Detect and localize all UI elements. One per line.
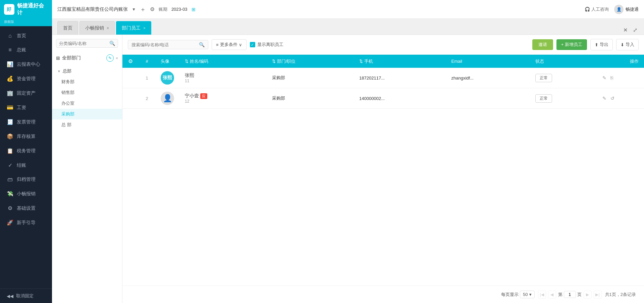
topbar-settings-icon[interactable]: ⚙ xyxy=(150,6,155,12)
period-value[interactable]: 2023-03 xyxy=(171,7,187,12)
dept-label: 办公室 xyxy=(61,100,74,106)
close-dept-emp-tab-icon[interactable]: × xyxy=(143,26,146,31)
dept-node-zongbu2[interactable]: 总 部 xyxy=(52,119,122,130)
sidebar-item-label: 固定资产 xyxy=(17,90,36,96)
period-label: 账期 xyxy=(159,6,167,12)
emp-toolbar: 🔍 ≡ 更多条件 ∨ ✓ 显示离职员工 邀请 + 新增员工 ⬆ 导出 xyxy=(122,35,644,55)
close-expense-tab-icon[interactable]: × xyxy=(107,26,109,31)
dept-label: 财务部 xyxy=(61,79,74,85)
dept-label: 总 部 xyxy=(61,122,71,128)
filter-button[interactable]: ≡ 更多条件 ∨ xyxy=(212,39,247,50)
avatar: 👤 xyxy=(161,92,174,105)
sidebar-item-guide[interactable]: 🚀 新手引导 xyxy=(0,215,52,230)
col-dept[interactable]: ⇅ 部门/职位 xyxy=(267,55,354,68)
emp-search-icon[interactable]: 🔍 xyxy=(199,42,205,47)
dept-node-caigoubu[interactable]: 采购部 xyxy=(52,109,122,119)
calendar-icon[interactable]: ⊞ xyxy=(192,7,196,12)
sidebar-item-label: 库存核算 xyxy=(17,134,36,140)
assets-icon: 🏢 xyxy=(7,90,13,96)
sidebar-item-reports[interactable]: 📊 云报表中心 xyxy=(0,57,52,71)
unpin-button[interactable]: ◀◀ 取消固定 xyxy=(0,289,52,303)
dept-search-input[interactable] xyxy=(59,41,109,46)
user-area[interactable]: 👤 畅捷通 xyxy=(614,5,639,14)
tab-home[interactable]: 首页 xyxy=(57,21,78,35)
col-name[interactable]: ⇅ 姓名/编码 xyxy=(179,55,267,68)
row-dept-cell: 采购部 xyxy=(267,88,354,109)
sidebar-item-label: 基础设置 xyxy=(17,205,36,211)
invite-button[interactable]: 邀请 xyxy=(532,39,553,50)
emp-search-input[interactable] xyxy=(131,42,199,47)
edit-employee-icon[interactable]: ✎ xyxy=(602,75,606,81)
sidebar-item-ledger[interactable]: ≡ 总账 xyxy=(0,43,52,57)
row-num: 2 xyxy=(139,88,155,109)
col-phone[interactable]: ⇅ 手机 xyxy=(354,55,446,68)
sidebar-item-settle[interactable]: ✓ 结账 xyxy=(0,158,52,172)
sidebar-item-home[interactable]: ⌂ 首页 xyxy=(0,29,52,43)
more-action-icon[interactable]: ⎘ xyxy=(610,75,613,81)
main-area: 江西服宝精品有限责任公司内账张 ▼ ＋ ⚙ 账期 2023-03 ⊞ 🎧 人工咨… xyxy=(52,0,644,303)
collapse-icon[interactable]: « xyxy=(116,56,118,60)
row-action-cell: ✎ ⎘ xyxy=(597,68,644,88)
next-page-button[interactable]: ▶ xyxy=(584,291,592,299)
service-button[interactable]: 🎧 人工咨询 xyxy=(585,6,609,12)
col-settings[interactable]: ⚙ xyxy=(122,55,139,68)
row-phone-cell: 140000002... xyxy=(354,88,446,109)
import-button[interactable]: ⬇ 导入 xyxy=(616,39,639,50)
tab-dept-emp[interactable]: 部门员工 × xyxy=(116,21,151,35)
add-employee-button[interactable]: + 新增员工 xyxy=(556,39,587,50)
guide-icon: 🚀 xyxy=(7,219,13,226)
page-number-input[interactable] xyxy=(564,291,576,298)
dept-node-xiaoshoubu[interactable]: 销售部 xyxy=(52,87,122,98)
page-size-dropdown[interactable]: 50 ▾ xyxy=(520,291,534,298)
emp-search-box[interactable]: 🔍 xyxy=(128,40,208,49)
export-label: 导出 xyxy=(600,42,608,48)
last-page-button[interactable]: ▶| xyxy=(594,291,602,299)
show-resigned-checkbox[interactable]: ✓ 显示离职员工 xyxy=(250,42,283,48)
prev-page-button[interactable]: ◀ xyxy=(548,291,556,299)
employee-panel: 🔍 ≡ 更多条件 ∨ ✓ 显示离职员工 邀请 + 新增员工 ⬆ 导出 xyxy=(122,35,644,303)
close-all-tabs-icon[interactable]: ✕ xyxy=(622,26,629,35)
expand-tabs-icon[interactable]: ⤢ xyxy=(632,26,639,35)
employee-table-wrap: ⚙ # 头像 ⇅ 姓名/编码 ⇅ xyxy=(122,55,644,286)
more-action-icon[interactable]: ↺ xyxy=(610,96,614,101)
status-badge: 应 xyxy=(200,93,207,99)
employee-table: ⚙ # 头像 ⇅ 姓名/编码 ⇅ xyxy=(122,55,644,109)
topbar-right: 🎧 人工咨询 👤 畅捷通 xyxy=(585,5,639,14)
row-num: 1 xyxy=(139,68,155,88)
row-status-cell: 正常 xyxy=(530,68,597,88)
row-status-cell: 正常 xyxy=(530,88,597,109)
sidebar-item-invoice[interactable]: 🧾 发票管理 xyxy=(0,115,52,129)
dept-node-zongbu-parent[interactable]: ▼ 总部 xyxy=(52,66,122,77)
dept-search-box[interactable]: 🔍 xyxy=(56,39,118,48)
sidebar-item-settings[interactable]: ⚙ 基础设置 xyxy=(0,201,52,215)
tabs-bar: 首页 小畅报销 × 部门员工 × ✕ ⤢ xyxy=(52,19,644,35)
sidebar-item-expense[interactable]: 💸 小畅报销 xyxy=(0,187,52,201)
export-button[interactable]: ⬆ 导出 xyxy=(590,39,613,50)
dept-search-icon[interactable]: 🔍 xyxy=(109,41,115,46)
content-area: 🔍 ⊞ 全部部门 ✎ « ▼ 总部 财务部 销售部 xyxy=(52,35,644,303)
row-phone-cell: 187202117... xyxy=(354,68,446,88)
sidebar-item-inventory[interactable]: 📦 库存核算 xyxy=(0,129,52,144)
sidebar-item-finance[interactable]: 💰 资金管理 xyxy=(0,71,52,86)
add-company-button[interactable]: ＋ xyxy=(140,5,146,13)
headset-icon: 🎧 xyxy=(585,7,590,12)
topbar: 江西服宝精品有限责任公司内账张 ▼ ＋ ⚙ 账期 2023-03 ⊞ 🎧 人工咨… xyxy=(52,0,644,19)
avatar: 张熙 xyxy=(161,71,174,85)
sidebar-item-salary[interactable]: 💳 工资 xyxy=(0,100,52,115)
app-name: 畅捷通好会计 xyxy=(17,2,48,16)
dept-node-bangongshi[interactable]: 办公室 xyxy=(52,98,122,109)
edit-employee-icon[interactable]: ✎ xyxy=(602,96,606,101)
sidebar-item-archive[interactable]: 🗃 归档管理 xyxy=(0,172,52,187)
dept-node-caiwubu[interactable]: 财务部 xyxy=(52,77,122,87)
dept-edit-button[interactable]: ✎ xyxy=(106,54,114,62)
tabs-controls: ✕ ⤢ xyxy=(622,26,639,35)
table-settings-icon[interactable]: ⚙ xyxy=(128,58,133,64)
sidebar-item-assets[interactable]: 🏢 固定资产 xyxy=(0,86,52,100)
sidebar-item-tax[interactable]: 📋 税务管理 xyxy=(0,144,52,158)
app-logo[interactable]: 好 畅捷通好会计 xyxy=(0,0,52,19)
first-page-button[interactable]: |◀ xyxy=(538,291,546,299)
company-name[interactable]: 江西服宝精品有限责任公司内账张 xyxy=(57,6,128,12)
tab-expense[interactable]: 小畅报销 × xyxy=(79,21,115,35)
all-dept-header[interactable]: ⊞ 全部部门 ✎ « xyxy=(52,52,122,64)
company-dropdown-icon[interactable]: ▼ xyxy=(132,7,136,12)
